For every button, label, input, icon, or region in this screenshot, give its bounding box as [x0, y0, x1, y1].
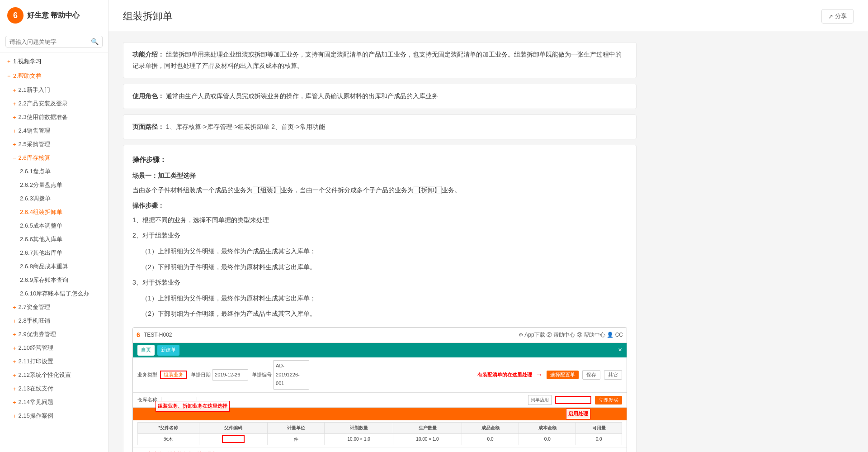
ss-col-h1: *父件名称	[138, 423, 199, 434]
plus-icon: +	[13, 141, 16, 148]
ss-col-h3: 计量单位	[267, 423, 324, 434]
sidebar-item-label: 2.10经营管理	[19, 344, 53, 352]
ss-cell	[199, 434, 267, 445]
ss-arrow1-icon: →	[536, 368, 543, 381]
sidebar-item-docs-26[interactable]: − 2.6库存核算	[0, 151, 108, 165]
main-content: 组装拆卸单 ↗ 分享 功能介绍： 组装拆卸单用来处理企业组装或拆卸等加工业务，支…	[108, 0, 868, 452]
plus-icon: +	[13, 114, 16, 121]
feature-intro-block: 功能介绍： 组装拆卸单用来处理企业组装或拆卸等加工业务，支持有固定装配清单的产品…	[123, 42, 637, 78]
ss-section-header: 组装业务、拆卸业务在这里选择 启用处理	[133, 408, 627, 420]
sidebar-item-docs-214[interactable]: + 2.14常见问题	[0, 395, 108, 409]
sidebar-item-docs-267[interactable]: 2.6.7其他出库单	[0, 246, 108, 260]
step2: 2、对于组装业务	[132, 229, 627, 242]
sidebar-item-label: 2.6.6其他入库单	[20, 235, 62, 243]
sidebar-item-label: 2.6.7其他出库单	[20, 249, 62, 257]
ss-annotation2: 组装业务、拆卸业务在这里选择	[156, 401, 230, 412]
ss-red-input[interactable]	[222, 435, 245, 443]
sidebar-item-docs-29[interactable]: + 2.9优惠券管理	[0, 328, 108, 341]
ss-date-value: 2019-12-26	[212, 369, 248, 381]
sidebar-item-docs-264[interactable]: 2.6.4组装拆卸单	[0, 205, 108, 219]
sidebar-item-docs-28[interactable]: + 2.8手机旺铺	[0, 314, 108, 328]
ss-cell: 10.00 × 1.0	[393, 434, 462, 445]
sidebar-item-docs-23[interactable]: + 2.3使用前数据准备	[0, 110, 108, 124]
sidebar-item-docs-27[interactable]: + 2.7资金管理	[0, 300, 108, 314]
logo-area: 6 好生意 帮助中心	[0, 0, 108, 31]
sidebar-item-docs-269[interactable]: 2.6.9库存账本查询	[0, 273, 108, 287]
sidebar-item-label: 2.6库存核算	[19, 154, 50, 162]
sidebar-item-docs-25[interactable]: + 2.5采购管理	[0, 138, 108, 151]
path-block: 页面路径： 1、库存核算->库存管理->组装拆卸单 2、首页->常用功能	[123, 114, 637, 139]
sidebar-item-docs-210[interactable]: + 2.10经营管理	[0, 341, 108, 355]
sidebar-item-label: 2.12系统个性化设置	[19, 371, 71, 379]
ss-type-field-wrapper: 业务类型 组装业务	[137, 371, 187, 380]
ss-col-h7: 成本金额	[519, 423, 576, 434]
plus-icon: +	[13, 358, 16, 365]
plus-icon: +	[7, 58, 10, 65]
ss-teal-header: 自页 新建单 ✕	[133, 343, 627, 357]
sidebar-item-label: 2.4销售管理	[19, 127, 50, 135]
sidebar-item-label: 2.6.9库存账本查询	[20, 276, 68, 284]
sidebar-item-label: 2.6.5成本调整单	[20, 222, 62, 230]
ss-num-field: 单据编号 AD-20191226-001	[252, 360, 309, 390]
ss-cell: 10.00 × 1.0	[325, 434, 393, 445]
sidebar-item-docs[interactable]: − 2.帮助文档	[0, 69, 108, 83]
ss-type-label: 业务类型	[137, 372, 157, 377]
sidebar-item-docs-215[interactable]: + 2.15操作案例	[0, 409, 108, 423]
search-area: 🔍	[0, 31, 108, 52]
plus-icon: +	[13, 413, 16, 419]
sidebar-item-docs-261[interactable]: 2.6.1盘点单	[0, 165, 108, 178]
step2-2: （2）下部明细为子件明细，最终作为原材料生成其它出库单。	[132, 261, 627, 273]
ops-title: 操作步骤：	[132, 153, 627, 166]
ss-top-icons: ⚙ App下载 ② 帮助中心 ③ 帮助中心 👤 CC	[519, 330, 623, 340]
sidebar-item-docs-211[interactable]: + 2.11打印设置	[0, 355, 108, 368]
plus-icon: +	[13, 372, 16, 379]
sidebar-item-docs-2610[interactable]: 2.6.10库存账本错了怎么办	[0, 287, 108, 300]
share-button[interactable]: ↗ 分享	[821, 9, 854, 24]
sidebar-item-label: 2.6.8商品成本重算	[20, 262, 68, 271]
user-role-label: 使用角色：	[132, 92, 164, 100]
search-input[interactable]	[9, 38, 91, 45]
sidebar-item-docs-213[interactable]: + 2.13在线支付	[0, 382, 108, 395]
sidebar-item-label: 2.6.3调拨单	[20, 195, 51, 203]
ss-close-icon: ✕	[618, 346, 622, 355]
ss-other-btn[interactable]: 其它	[604, 370, 622, 380]
ss-red-box	[555, 396, 591, 404]
step3-2: （2）下部明细为子件明细，最终作为产成品生成其它入库单。	[132, 308, 627, 320]
share-label: 分享	[835, 12, 847, 20]
ss-num-label: 单据编号	[252, 371, 272, 380]
sidebar-item-docs-24[interactable]: + 2.4销售管理	[0, 124, 108, 138]
share-icon: ↗	[828, 13, 833, 20]
ss-col-h4: 计划数量	[325, 423, 393, 434]
ss-date-label: 单据日期	[191, 371, 211, 380]
ss-select-config-btn[interactable]: 选择配置单	[547, 371, 579, 379]
sidebar-item-docs-212[interactable]: + 2.12系统个性化设置	[0, 368, 108, 382]
ss-confirm-btn[interactable]: 立即发买	[595, 396, 622, 404]
sidebar-item-label: 2.11打印设置	[19, 357, 53, 366]
ss-save-btn[interactable]: 保存	[582, 370, 600, 380]
user-role-block: 使用角色： 通常由生产人员或库管人员完成拆装业务的操作，库管人员确认原材料的出库…	[123, 84, 637, 109]
ss-annotation4-area: 无固定清单可以直接在这里填写录入	[133, 447, 627, 452]
ss-num-value: AD-20191226-001	[273, 360, 309, 390]
plus-icon: +	[13, 87, 16, 94]
ss-section-wrapper: 组装业务、拆卸业务在这里选择 启用处理	[133, 408, 627, 420]
ss-cell: 0.0	[462, 434, 519, 445]
sidebar-item-docs-266[interactable]: 2.6.6其他入库单	[0, 233, 108, 246]
sidebar-item-label: 2.14常见问题	[19, 398, 53, 406]
sidebar-item-label: 2.2产品安装及登录	[19, 100, 68, 108]
sidebar-item-label: 2.帮助文档	[13, 72, 42, 80]
sidebar-item-label: 2.7资金管理	[19, 303, 50, 311]
feature-intro-text: 组装拆卸单用来处理企业组装或拆卸等加工业务，支持有固定装配清单的产品加工业务，也…	[132, 51, 622, 69]
sidebar-item-docs-22[interactable]: + 2.2产品安装及登录	[0, 97, 108, 110]
scenario1-desc: 当由多个子件材料组装成一个成品的业务为【组装】业务，当由一个父件拆分成多个子产品…	[132, 184, 627, 196]
search-icon[interactable]: 🔍	[91, 38, 99, 45]
main-header: 组装拆卸单 ↗ 分享	[108, 0, 868, 31]
plus-icon: +	[13, 318, 16, 324]
sidebar-item-docs-268[interactable]: 2.6.8商品成本重算	[0, 260, 108, 273]
step2-1: （1）上部明细为父件明细，最终作为产成品生成其它入库单；	[132, 245, 627, 257]
sidebar-item-docs-21[interactable]: + 2.1新手入门	[0, 83, 108, 97]
sidebar-item-docs-265[interactable]: 2.6.5成本调整单	[0, 219, 108, 233]
app-logo-text: 好生意 帮助中心	[27, 11, 80, 20]
sidebar-item-docs-263[interactable]: 2.6.3调拨单	[0, 192, 108, 205]
sidebar-item-docs-262[interactable]: 2.6.2分量盘点单	[0, 178, 108, 192]
sidebar-item-video[interactable]: + 1.视频学习	[0, 54, 108, 69]
